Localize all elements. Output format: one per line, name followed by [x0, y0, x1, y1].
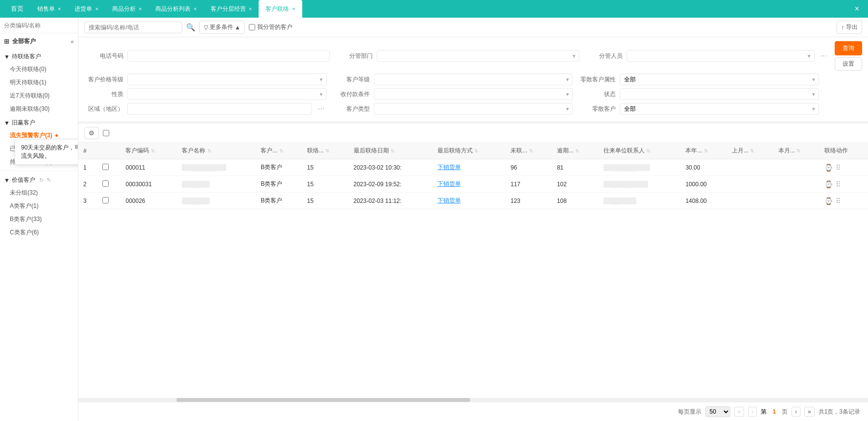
row-checkbox-2[interactable]	[102, 197, 109, 203]
cell-last-contact-way[interactable]: 下销货单	[433, 176, 506, 193]
sidebar-group-valued[interactable]: ▼ 价值客户 ↻ ✎	[0, 173, 78, 186]
my-customers-checkbox[interactable]	[249, 24, 255, 30]
query-btn[interactable]: 查询	[835, 41, 862, 55]
ty-sort-icon[interactable]: ⇅	[704, 148, 708, 153]
filter-input-region[interactable]	[127, 103, 312, 115]
last-contact-way-link[interactable]: 下销货单	[437, 180, 461, 187]
filter-select-gender[interactable]	[127, 88, 327, 100]
action-contact-icon[interactable]: ⌚	[824, 164, 833, 172]
sidebar-item-b-class[interactable]: B类客户(33)	[0, 213, 78, 226]
tooltip-box: 90天未交易的客户，可能有流失风险。	[15, 139, 78, 165]
page-size-select[interactable]: 50 100	[705, 406, 730, 417]
nav-tab-customer-tier-close[interactable]: ×	[249, 6, 252, 12]
valued-edit-icon[interactable]: ✎	[47, 177, 51, 183]
filter-select-payment[interactable]	[374, 88, 573, 100]
action-contact-icon[interactable]: ⌚	[824, 180, 833, 188]
nav-tab-goods-analysis[interactable]: 商品分析 ×	[105, 0, 148, 18]
cell-index: 3	[78, 193, 97, 209]
nav-tab-purchase[interactable]: 进货单 ×	[68, 0, 105, 18]
sidebar-all-customers[interactable]: ⊞ 全部客户 «	[0, 33, 78, 50]
cell-checkbox[interactable]	[97, 176, 121, 193]
sidebar-group-lost[interactable]: ▼ 旧赢客户	[0, 116, 78, 129]
nav-tab-purchase-label: 进货单	[74, 5, 92, 13]
cell-checkbox[interactable]	[97, 159, 121, 176]
action-contact-icon[interactable]: ⌚	[824, 197, 833, 205]
code-sort-icon[interactable]: ⇅	[151, 148, 155, 153]
sidebar-group-pending[interactable]: ▼ 待联络客户	[0, 50, 78, 63]
next-page-btn[interactable]: ›	[792, 407, 800, 417]
row-checkbox-1[interactable]	[102, 180, 109, 187]
contact-sort-icon[interactable]: ⇅	[325, 148, 329, 153]
action-more-icon[interactable]: ⠿	[836, 197, 841, 205]
nav-tab-goods-list[interactable]: 商品分析列表 ×	[148, 0, 203, 18]
cell-last-contact-way[interactable]: 下销货单	[433, 193, 506, 209]
person-more-btn[interactable]: ···	[819, 51, 829, 60]
last-contact-way-link[interactable]: 下销货单	[437, 164, 461, 171]
filter-select-zerou-cust[interactable]: 全部	[620, 103, 819, 115]
lm-sort-icon[interactable]: ⇅	[750, 148, 754, 153]
filter-field-price-level: 客户价格等级 ▼	[84, 74, 327, 85]
overdue-sort-icon[interactable]: ⇅	[575, 148, 579, 153]
sidebar-item-ungroup[interactable]: 未分组(32)	[0, 186, 78, 199]
filter-select-dept[interactable]	[377, 50, 579, 62]
nav-tab-customer-link-close[interactable]: ×	[292, 6, 295, 12]
filter-select-status[interactable]	[620, 88, 819, 100]
lcw-sort-icon[interactable]: ⇅	[474, 148, 478, 153]
sidebar-search-input[interactable]	[4, 22, 77, 29]
filter-field-region: 区域（地区） ···	[84, 103, 327, 115]
filter-search-btn[interactable]: 🔍	[186, 23, 195, 32]
last-contact-way-link[interactable]: 下销货单	[437, 197, 461, 204]
filter-select-cust-type[interactable]	[374, 103, 573, 115]
prev-page-btn[interactable]: ‹	[748, 407, 757, 417]
filter-select-price-level[interactable]	[127, 74, 327, 85]
cell-checkbox[interactable]	[97, 193, 121, 209]
col-uncontact: 未联... ⇅	[506, 143, 552, 159]
name-sort-icon[interactable]: ⇅	[207, 148, 211, 153]
uc-sort-icon[interactable]: ⇅	[646, 148, 650, 153]
nav-tab-goods-analysis-close[interactable]: ×	[139, 6, 142, 12]
type-sort-icon[interactable]: ⇅	[279, 148, 283, 153]
export-icon: ↑	[841, 24, 844, 31]
tm-sort-icon[interactable]: ⇅	[796, 148, 800, 153]
row-checkbox-0[interactable]	[102, 164, 109, 170]
settings-btn[interactable]: 设置	[835, 57, 862, 71]
horizontal-scrollbar[interactable]	[78, 398, 868, 402]
nav-tab-sales[interactable]: 销售单 ×	[30, 0, 68, 18]
select-all-checkbox[interactable]	[103, 130, 109, 136]
nav-tab-goods-list-close[interactable]: ×	[193, 6, 196, 12]
pagination: 每页显示 50 100 « ‹ 第 1 页 › » 共1页，3条记录	[78, 402, 868, 421]
sidebar-collapse-btn[interactable]: «	[71, 38, 74, 45]
sidebar-item-7days[interactable]: 近7天待联络(0)	[0, 89, 78, 102]
nav-tab-purchase-close[interactable]: ×	[95, 6, 98, 12]
nav-tab-sales-close[interactable]: ×	[58, 6, 61, 12]
scrollbar-thumb[interactable]	[176, 398, 470, 402]
sidebar-item-tomorrow[interactable]: 明天待联络(1)	[0, 76, 78, 89]
filter-select-person[interactable]	[627, 50, 815, 62]
action-more-icon[interactable]: ⠿	[836, 180, 841, 188]
filter-select-level[interactable]	[374, 74, 573, 85]
table-settings-btn[interactable]: ⚙	[84, 127, 99, 139]
filter-search-input[interactable]	[84, 22, 182, 33]
lcd-sort-icon[interactable]: ⇅	[390, 148, 394, 153]
sidebar-item-overdue[interactable]: 逾期未联络(30)	[0, 102, 78, 116]
sidebar-item-c-class[interactable]: C类客户(6)	[0, 226, 78, 239]
sidebar-item-today[interactable]: 今天待联络(0)	[0, 63, 78, 76]
uncontact-sort-icon[interactable]: ⇅	[529, 148, 533, 153]
nav-home[interactable]: 首页	[4, 0, 30, 18]
sidebar-item-a-class[interactable]: A类客户(1)	[0, 199, 78, 213]
first-page-btn[interactable]: «	[734, 407, 745, 417]
region-more-btn[interactable]: ···	[316, 104, 326, 113]
close-window-btn[interactable]: ×	[850, 4, 864, 13]
more-conditions-btn[interactable]: ▽ 更多条件 ▲	[199, 21, 245, 34]
cell-contact: 15	[302, 176, 349, 193]
nav-tab-customer-link[interactable]: 客户联络 ×	[259, 0, 302, 18]
valued-refresh-icon[interactable]: ↻	[39, 177, 44, 183]
filter-select-zerou-attr[interactable]: 全部	[620, 74, 819, 85]
action-more-icon[interactable]: ⠿	[836, 164, 841, 172]
filter-input-phone[interactable]	[127, 50, 330, 62]
last-page-btn[interactable]: »	[804, 407, 815, 417]
cell-last-contact-way[interactable]: 下销货单	[433, 159, 506, 176]
my-customers-toggle[interactable]: 我分管的客户	[249, 23, 292, 31]
nav-tab-customer-tier[interactable]: 客户分层经营 ×	[204, 0, 259, 18]
export-btn[interactable]: ↑ 导出	[837, 21, 862, 34]
